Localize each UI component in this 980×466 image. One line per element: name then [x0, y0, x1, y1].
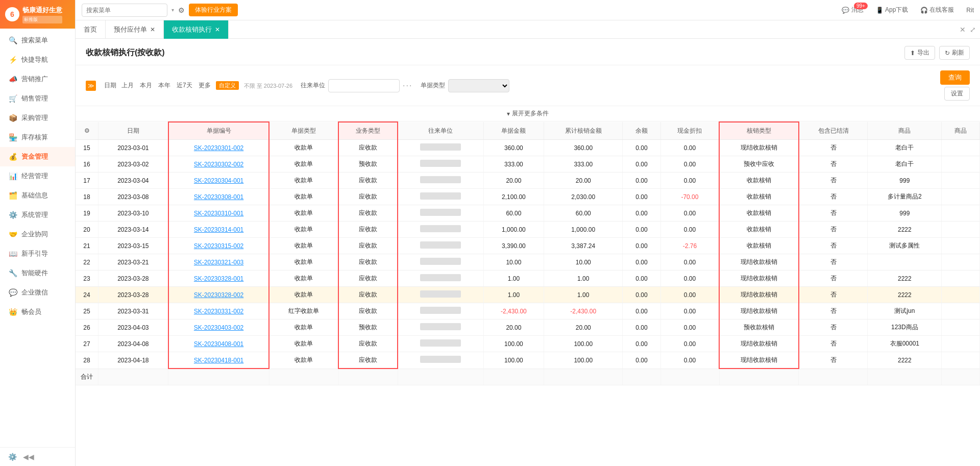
- doc-no-link[interactable]: SK-20230308-001: [194, 193, 243, 201]
- cell-included: 否: [799, 222, 868, 238]
- doc-no-link[interactable]: SK-20230328-001: [194, 275, 243, 282]
- doc-no-link[interactable]: SK-20230408-001: [194, 340, 243, 348]
- date-this-year[interactable]: 本年: [156, 81, 173, 90]
- date-7days[interactable]: 近7天: [175, 81, 194, 90]
- tabs-actions: ✕⤢: [955, 26, 980, 34]
- sidebar-item-基础信息[interactable]: 🗂️基础信息: [0, 186, 75, 205]
- date-last-month[interactable]: 上月: [119, 81, 136, 90]
- cell-balance: 0.00: [623, 222, 660, 238]
- doc-no-link[interactable]: SK-20230304-001: [194, 177, 243, 184]
- doc-no-link[interactable]: SK-20230321-003: [194, 259, 243, 266]
- more-options-icon[interactable]: ···: [403, 81, 412, 90]
- sidebar-item-新手引导[interactable]: 📖新手引导: [0, 244, 75, 263]
- search-input[interactable]: [82, 4, 167, 17]
- expand-tab-button[interactable]: ⤢: [970, 26, 976, 34]
- table-row: 262023-04-03SK-20230403-002收款单预收款20.0020…: [76, 320, 980, 336]
- tab-close-icon[interactable]: ✕: [215, 26, 220, 33]
- cell-partner: [398, 205, 483, 222]
- partner-filter-input[interactable]: [328, 79, 400, 92]
- table-row: 232023-03-28SK-20230328-001收款单应收款1.001.0…: [76, 271, 980, 287]
- cell-included: 否: [799, 336, 868, 352]
- doc-no-link[interactable]: SK-20230302-002: [194, 161, 243, 168]
- cell-discount: 0.00: [660, 205, 719, 222]
- cell-date: 2023-04-03: [99, 320, 168, 336]
- cell-product2: [942, 205, 980, 222]
- sidebar-item-资金管理[interactable]: 💰资金管理: [0, 147, 75, 166]
- cell-settings: 24: [76, 287, 99, 303]
- cell-doc_type: 收款单: [269, 320, 338, 336]
- close-tab-button[interactable]: ✕: [960, 26, 966, 34]
- cell-balance: 0.00: [623, 238, 660, 254]
- settings-icon[interactable]: ⚙️: [8, 453, 17, 461]
- tab-bar: 首页预付应付单✕收款核销执行✕✕⤢: [76, 20, 980, 39]
- cell-settings: 17: [76, 173, 99, 189]
- cell-cancel_type: 收款核销: [719, 238, 799, 254]
- sidebar-item-库存核算[interactable]: 🏪库存核算: [0, 128, 75, 147]
- sidebar-item-经营管理[interactable]: 📊经营管理: [0, 166, 75, 186]
- total-cell-settings: 合计: [76, 369, 99, 385]
- doc-no-link[interactable]: SK-20230418-001: [194, 357, 243, 364]
- user-name[interactable]: Rit: [966, 7, 974, 14]
- industry-solution-button[interactable]: 体验行业方案: [189, 4, 238, 16]
- date-more[interactable]: 更多: [197, 81, 213, 90]
- table-container: ⚙日期单据编号单据类型业务类型往来单位单据金额累计核销金额余额现金折扣核销类型包…: [76, 121, 980, 385]
- partner-masked: [420, 241, 461, 249]
- cell-balance: 0.00: [623, 320, 660, 336]
- sidebar-item-企业协同[interactable]: 🤝企业协同: [0, 225, 75, 244]
- cell-cancel_type: 收款核销: [719, 173, 799, 189]
- expand-more-button[interactable]: ▾ 展开更多条件: [507, 109, 549, 118]
- doc-no-link[interactable]: SK-20230331-002: [194, 308, 243, 315]
- sidebar-item-营销推广[interactable]: 📣营销推广: [0, 69, 75, 89]
- cell-partner: [398, 238, 483, 254]
- table-row: 212023-03-15SK-20230315-002收款单应收款3,390.0…: [76, 238, 980, 254]
- sidebar-item-智能硬件[interactable]: 🔧智能硬件: [0, 263, 75, 283]
- tab-收款核销执行[interactable]: 收款核销执行✕: [164, 20, 229, 39]
- cell-amount: 1.00: [483, 287, 544, 303]
- tab-close-icon[interactable]: ✕: [150, 26, 155, 33]
- sidebar-item-销售管理[interactable]: 🛒销售管理: [0, 89, 75, 108]
- cell-biz_type: 应收款: [338, 238, 398, 254]
- doc-no-link[interactable]: SK-20230315-002: [194, 242, 243, 250]
- sidebar-item-畅会员[interactable]: 👑畅会员: [0, 302, 75, 322]
- date-custom-button[interactable]: 自定义: [216, 81, 239, 90]
- doc-no-link[interactable]: SK-20230301-002: [194, 144, 243, 152]
- cell-amount: 20.00: [483, 320, 544, 336]
- nav-icon: ⚡: [8, 56, 17, 64]
- col-header-date: 日期: [99, 122, 168, 140]
- dropdown-arrow-icon[interactable]: ▾: [172, 7, 174, 13]
- sidebar-item-快捷导航[interactable]: ⚡快捷导航: [0, 50, 75, 69]
- sidebar-item-系统管理[interactable]: ⚙️系统管理: [0, 205, 75, 225]
- tab-首页[interactable]: 首页: [76, 20, 106, 39]
- cell-biz_type: 应收款: [338, 173, 398, 189]
- refresh-button[interactable]: ↻ 刷新: [939, 46, 970, 60]
- doctype-filter-select[interactable]: [448, 79, 509, 92]
- cell-balance: 0.00: [623, 287, 660, 303]
- filter-toggle-button[interactable]: ≫: [86, 81, 96, 91]
- doc-no-link[interactable]: SK-20230310-001: [194, 210, 243, 217]
- cell-included: 否: [799, 352, 868, 369]
- sidebar-item-企业微信[interactable]: 💬企业微信: [0, 283, 75, 302]
- tab-预付应付单[interactable]: 预付应付单✕: [106, 20, 164, 39]
- table-settings-icon[interactable]: ⚙: [84, 127, 90, 134]
- doc-no-link[interactable]: SK-20230314-001: [194, 226, 243, 233]
- app-download-button[interactable]: 📱 App下载: [876, 6, 908, 14]
- settings-button[interactable]: 设置: [944, 87, 970, 101]
- export-button[interactable]: ⬆ 导出: [904, 46, 935, 60]
- cell-product: 2222: [868, 352, 942, 369]
- cell-doc_type: 收款单: [269, 205, 338, 222]
- online-service-button[interactable]: 🎧 在线客服: [920, 6, 954, 14]
- gear-icon[interactable]: ⚙: [178, 6, 185, 14]
- doc-no-link[interactable]: SK-20230328-002: [194, 291, 243, 299]
- table-row: 182023-03-08SK-20230308-001收款单应收款2,100.0…: [76, 189, 980, 205]
- cell-date: 2023-04-08: [99, 336, 168, 352]
- cell-doc_no: SK-20230302-002: [168, 156, 270, 173]
- doc-no-link[interactable]: SK-20230403-002: [194, 324, 243, 331]
- page: 收款核销执行(按收款) ⬆ 导出 ↻ 刷新 ≫ 日期: [76, 39, 980, 466]
- sidebar-item-采购管理[interactable]: 📦采购管理: [0, 108, 75, 128]
- query-button[interactable]: 查询: [940, 70, 970, 85]
- message-button[interactable]: 💬 消息 99+: [842, 6, 864, 14]
- date-this-month[interactable]: 本月: [138, 81, 154, 90]
- collapse-icon[interactable]: ◀◀: [23, 453, 34, 461]
- sidebar-item-搜索菜单[interactable]: 🔍搜索菜单: [0, 31, 75, 50]
- nav-icon: 🛒: [8, 94, 17, 103]
